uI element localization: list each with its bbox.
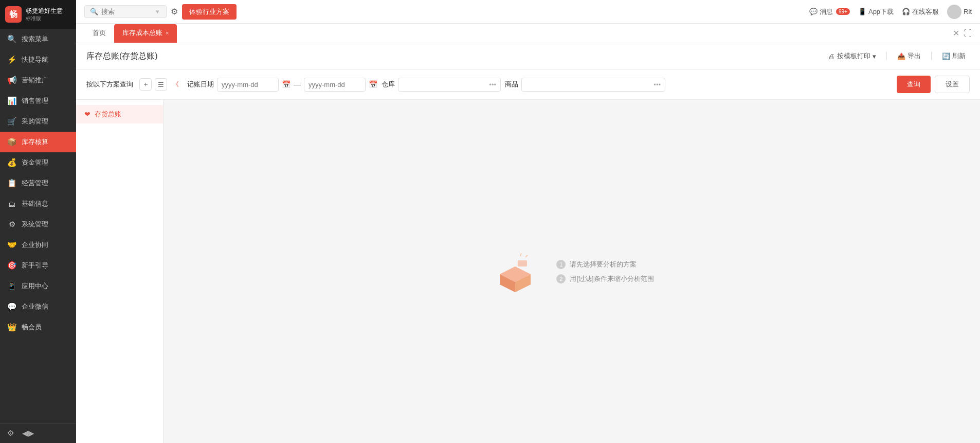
sidebar-item-label: 系统管理: [22, 220, 48, 229]
print-icon: 🖨: [828, 52, 835, 60]
empty-tip-2: 2 用[过滤]条件来缩小分析范围: [556, 274, 654, 283]
export-label: 导出: [908, 51, 921, 61]
industry-btn[interactable]: 体验行业方案: [182, 4, 237, 20]
tip-text-1: 请先选择要分析的方案: [570, 260, 637, 269]
headset-icon: 🎧: [902, 8, 910, 15]
empty-tip-1: 1 请先选择要分析的方案: [556, 260, 654, 269]
empty-content: 1 请先选择要分析的方案 2 用[过滤]条件来缩小分析范围: [489, 246, 654, 297]
topbar-search-input[interactable]: [101, 8, 153, 15]
sidebar-item-inventory[interactable]: 📦 库存核算: [0, 132, 76, 152]
sidebar-item-apps[interactable]: 📱 应用中心: [0, 276, 76, 296]
online-service-label: 在线客服: [912, 7, 939, 16]
print-dropdown-icon: ▾: [873, 52, 876, 60]
guide-icon: 🎯: [7, 261, 16, 270]
logo-icon: 畅: [5, 6, 22, 23]
sidebar-item-operation[interactable]: 📋 经营管理: [0, 173, 76, 193]
app-name: 畅捷通好生意: [26, 7, 63, 15]
sidebar-item-finance[interactable]: 💰 资金管理: [0, 152, 76, 173]
sidebar-footer: ⚙ ◀▶: [0, 423, 76, 443]
refresh-icon: 🔄: [942, 52, 950, 60]
collapse-sidebar-icon[interactable]: ◀▶: [22, 429, 34, 438]
topbar-right: 💬 消息 99+ 📱 App下载 🎧 在线客服 Rit: [809, 5, 972, 19]
tab-home[interactable]: 首页: [84, 24, 114, 43]
tip-num-1: 1: [556, 260, 566, 269]
sales-icon: 📊: [7, 96, 16, 105]
basic-icon: 🗂: [7, 200, 16, 208]
message-icon: 💬: [809, 8, 818, 15]
sidebar-item-cooperation[interactable]: 🤝 企业协同: [0, 235, 76, 255]
settings-icon[interactable]: ⚙: [7, 429, 14, 438]
user-area[interactable]: Rit: [947, 5, 972, 19]
scheme-sidebar: ❤ 存货总账: [76, 100, 164, 443]
sidebar-item-purchase[interactable]: 🛒 采购管理: [0, 111, 76, 132]
settings-btn[interactable]: 设置: [935, 76, 970, 93]
sidebar-nav: 🔍 搜索菜单 ⚡ 快捷导航 📢 营销推广 📊 销售管理 🛒 采购管理 📦 库存核…: [0, 29, 76, 423]
page-area: 库存总账(存货总账) 🖨 按模板打印 ▾ 📤 导出 🔄 刷新: [76, 43, 980, 443]
sidebar-item-label: 新手引导: [22, 261, 48, 270]
product-filter: 商品 •••: [505, 78, 665, 92]
product-select[interactable]: •••: [521, 78, 665, 92]
sidebar-item-guide[interactable]: 🎯 新手引导: [0, 255, 76, 276]
sidebar-item-wechat[interactable]: 💬 企业微信: [0, 296, 76, 317]
sidebar-item-search[interactable]: 🔍 搜索菜单: [0, 29, 76, 49]
sidebar-item-label: 搜索菜单: [22, 34, 48, 44]
date-start-input[interactable]: [217, 78, 279, 92]
sidebar-item-label: 基础信息: [22, 199, 48, 208]
tabs-bar: 首页 库存成本总账 × ✕ ⛶: [76, 24, 980, 43]
filter-collapse-btn[interactable]: 《: [170, 79, 181, 90]
calendar-start-icon[interactable]: 📅: [282, 80, 291, 88]
refresh-btn[interactable]: 🔄 刷新: [938, 49, 970, 63]
warehouse-select[interactable]: •••: [398, 78, 501, 92]
messages-btn[interactable]: 💬 消息 99+: [809, 7, 850, 16]
warehouse-label: 仓库: [382, 80, 395, 89]
sidebar-item-label: 快捷导航: [22, 55, 48, 64]
empty-area: 1 请先选择要分析的方案 2 用[过滤]条件来缩小分析范围: [164, 100, 980, 443]
tab-expand-icon[interactable]: ⛶: [964, 29, 972, 38]
topbar-left: 🔍 ▾ ⚙ 体验行业方案: [84, 4, 804, 20]
filter-add-btn[interactable]: ＋: [139, 78, 152, 91]
print-btn[interactable]: 🖨 按模板打印 ▾: [824, 49, 880, 63]
product-label: 商品: [505, 80, 518, 89]
print-label: 按模板打印: [837, 51, 870, 61]
divider: [886, 52, 887, 60]
marketing-icon: 📢: [7, 76, 16, 85]
sidebar-item-system[interactable]: ⚙ 系统管理: [0, 214, 76, 235]
query-btn[interactable]: 查询: [897, 76, 931, 93]
tab-close-right-icon[interactable]: ✕: [953, 28, 959, 38]
online-service-btn[interactable]: 🎧 在线客服: [902, 7, 939, 16]
export-btn[interactable]: 📤 导出: [893, 49, 925, 63]
sidebar-item-label: 采购管理: [22, 117, 48, 126]
sidebar-item-quicknav[interactable]: ⚡ 快捷导航: [0, 49, 76, 70]
sidebar-item-basic[interactable]: 🗂 基础信息: [0, 193, 76, 214]
scheme-item-inventory-ledger[interactable]: ❤ 存货总账: [76, 105, 163, 123]
system-icon: ⚙: [7, 220, 16, 229]
sidebar-item-label: 资金管理: [22, 158, 48, 167]
date-separator: —: [294, 80, 301, 88]
tip-num-2: 2: [556, 274, 566, 283]
settings-gear-icon[interactable]: ⚙: [171, 7, 178, 16]
calendar-end-icon[interactable]: 📅: [369, 80, 377, 88]
sidebar-item-label: 企业微信: [22, 302, 48, 311]
date-label: 记账日期: [187, 80, 214, 89]
page-header: 库存总账(存货总账) 🖨 按模板打印 ▾ 📤 导出 🔄 刷新: [76, 43, 980, 69]
search-icon-small: 🔍: [90, 8, 98, 15]
messages-label: 消息: [820, 7, 833, 16]
topbar: 🔍 ▾ ⚙ 体验行业方案 💬 消息 99+ 📱 App下载 🎧 在线客服: [76, 0, 980, 24]
search-icon: 🔍: [7, 34, 16, 44]
tab-inventory-ledger[interactable]: 库存成本总账 ×: [114, 24, 177, 43]
sidebar-item-label: 应用中心: [22, 281, 48, 291]
tab-close-btn[interactable]: ×: [166, 30, 169, 36]
vip-icon: 👑: [7, 323, 16, 332]
sidebar-item-sales[interactable]: 📊 销售管理: [0, 91, 76, 111]
app-download-btn[interactable]: 📱 App下载: [858, 7, 894, 16]
sidebar-item-marketing[interactable]: 📢 营销推广: [0, 70, 76, 91]
filter-manage-btn[interactable]: ☰: [155, 78, 167, 91]
user-avatar: [947, 5, 961, 19]
topbar-search-area[interactable]: 🔍 ▾: [84, 5, 167, 18]
sidebar-item-vip[interactable]: 👑 畅会员: [0, 317, 76, 338]
sidebar-item-label: 经营管理: [22, 179, 48, 188]
username: Rit: [964, 8, 972, 15]
scheme-heart-icon: ❤: [84, 110, 90, 118]
divider2: [931, 52, 932, 60]
date-end-input[interactable]: [304, 78, 366, 92]
